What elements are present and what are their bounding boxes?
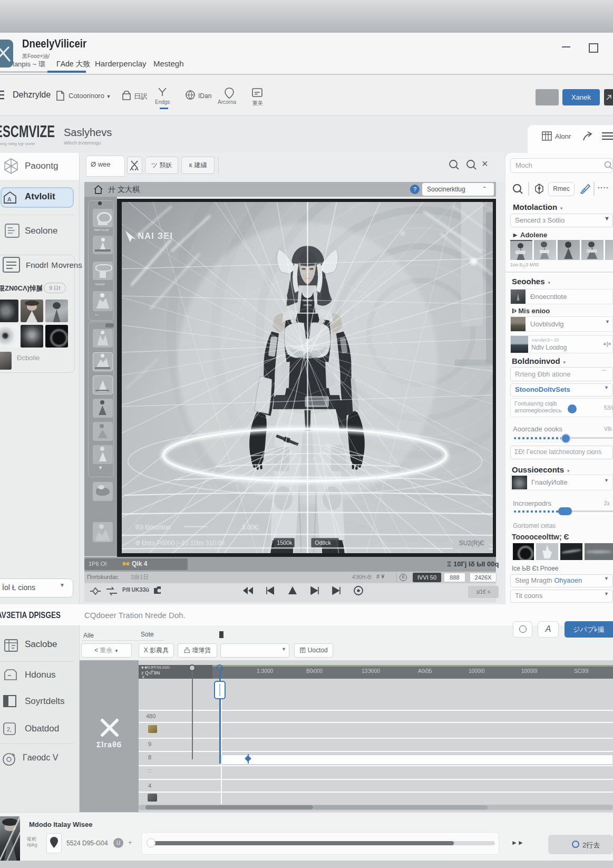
svg-text:A: A <box>7 196 12 202</box>
svg-text:SU2(R)Є: SU2(R)Є <box>459 539 484 547</box>
svg-text:NAI ЗEI: NAI ЗEI <box>138 232 173 240</box>
svg-text:®3 Ðmonton: ®3 Ðmonton <box>135 524 171 531</box>
svg-text:1500k: 1500k <box>277 539 293 546</box>
svg-text:Odtlck: Odtlck <box>315 539 331 546</box>
svg-text:2,: 2, <box>7 726 12 732</box>
svg-text:3.00Є: 3.00Є <box>242 524 259 531</box>
svg-text:Ф Ðnta Ρ0000 |–10 10lm 31: Ф Ðnta Ρ0000 |–10 10lm 310:08 <box>135 539 225 547</box>
